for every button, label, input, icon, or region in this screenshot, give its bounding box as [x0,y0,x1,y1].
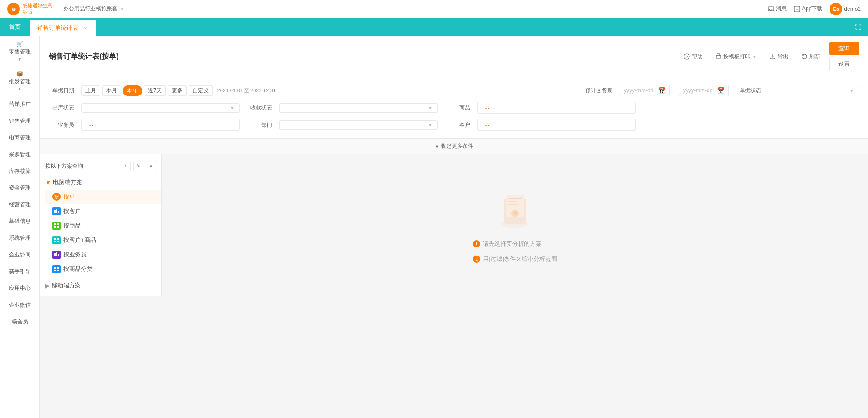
calendar-start-icon: 📅 [658,87,665,94]
sidebar-item-wechat[interactable]: 企业微信 [0,297,39,314]
svg-rect-18 [57,241,59,242]
dept-select[interactable]: ▼ [279,120,438,130]
dept-select-arrow: ▼ [428,123,433,128]
by-goods-icon [52,222,61,230]
dept-label: 部门 [247,121,272,129]
tree-item-by-customer[interactable]: 按客户 [45,204,161,218]
panel-toolbar: 按以下方案查询 + ✎ « [40,157,161,175]
shipment-select-arrow: ▼ [230,105,235,110]
tree-parent-pc[interactable]: ▼ 电脑端方案 [40,175,161,190]
page-header-actions: ? 帮助 按模板打印 ▼ 导出 刷新 查询 设置 [680,42,859,71]
date-btn-current-year[interactable]: 本年 [123,86,142,96]
sidebar-item-marketing[interactable]: 营销推广 [0,96,39,113]
tree-item-by-category[interactable]: 按商品分类 [45,262,161,276]
sidebar-item-guide[interactable]: 新手引导 [0,263,39,280]
message-btn[interactable]: 消息 [768,5,787,13]
sidebar-item-purchase[interactable]: 采购管理 [0,146,39,163]
tab-minimize-btn[interactable]: — [837,21,850,33]
right-content: ? 1 请先选择要分析的方案 2 用[过滤]条件来缩小分析范围 [162,154,868,296]
svg-rect-15 [54,238,56,240]
payment-select-arrow: ▼ [428,105,433,110]
sidebar-item-operations[interactable]: 经营管理 [0,196,39,213]
svg-rect-17 [54,241,56,242]
query-button[interactable]: 查询 [829,42,859,55]
sidebar-item-inventory[interactable]: 库存核算 [0,163,39,180]
sidebar-item-sales[interactable]: 销售管理 [0,113,39,129]
svg-rect-13 [54,226,56,228]
empty-illustration: ? [492,185,538,231]
tab-close-btn[interactable]: × [82,24,89,32]
export-btn[interactable]: 导出 [766,51,792,62]
sidebar-item-wholesale[interactable]: 📦 批发管理 ▲ [0,66,39,96]
panel-collapse-btn[interactable]: « [146,161,156,171]
sidebar-item-apps[interactable]: 应用中心 [0,280,39,297]
empty-tip-1: 1 请先选择要分析的方案 [473,238,557,250]
panel-edit-btn[interactable]: ✎ [133,161,143,171]
date-btn-last-month[interactable]: 上月 [81,86,100,96]
payment-select[interactable]: ▼ [279,103,438,113]
refresh-btn[interactable]: 刷新 [797,51,824,62]
tree-item-by-order[interactable]: 按 按单 [45,190,161,204]
date-btn-last7[interactable]: 近7天 [144,86,166,96]
sidebar-item-ecommerce[interactable]: 电商管理 [0,129,39,146]
empty-tip-2: 2 用[过滤]条件来缩小分析范围 [473,253,557,265]
by-customer-icon [52,207,61,215]
goods-select[interactable]: ··· [477,102,636,114]
expected-date-label: 预计交货期 [585,87,613,95]
svg-rect-12 [57,223,59,225]
calendar-end-icon: 📅 [717,87,725,94]
svg-text:?: ? [514,211,516,216]
filter-row-more2: 业务员 ··· 部门 ▼ 客户 ··· [49,119,859,131]
help-btn[interactable]: ? 帮助 [680,51,706,62]
svg-text:?: ? [686,55,688,59]
panel-add-btn[interactable]: + [121,161,131,171]
tab-sales-order[interactable]: 销售订单统计表 × [30,20,96,36]
payment-label: 收款状态 [247,104,272,112]
by-order-icon: 按 [52,193,61,201]
wholesale-icon: 📦 [16,71,23,77]
svg-rect-8 [54,210,56,213]
sidebar-item-enterprise[interactable]: 企业协同 [0,247,39,263]
sidebar-item-finance[interactable]: 资金管理 [0,180,39,196]
svg-rect-23 [57,267,59,269]
logo-icon: 好 [7,3,20,15]
sidebar-item-basic[interactable]: 基础信息 [0,213,39,230]
tree-parent-mobile[interactable]: ▶ 移动端方案 [40,278,161,293]
breadcrumb-dropdown-icon[interactable]: ▼ [119,6,125,12]
shipment-select[interactable]: ▼ [81,103,240,113]
tab-home[interactable]: 首页 [0,18,30,36]
svg-text:好: 好 [11,7,16,12]
tree-item-by-salesperson[interactable]: 按业务员 [45,247,161,262]
expected-date-end[interactable]: yyyy-mm-dd 📅 [679,85,729,96]
date-btn-more[interactable]: 更多 [168,86,187,96]
user-area[interactable]: Ea demo2 [830,3,861,15]
customer-dots-btn[interactable]: ··· [484,121,490,128]
goods-dots-btn[interactable]: ··· [484,104,490,111]
status-select[interactable]: ▼ [769,86,859,95]
date-range-text: 2023-01-01 至 2023-12-31 [217,87,276,94]
tree-item-by-goods[interactable]: 按商品 [45,218,161,233]
expected-date-start[interactable]: yyyy-mm-dd 📅 [620,85,670,96]
customer-select[interactable]: ··· [477,119,636,131]
date-btn-current-month[interactable]: 本月 [102,86,121,96]
svg-rect-7 [717,54,720,56]
sidebar-item-system[interactable]: 系统管理 [0,230,39,247]
page-title: 销售订单统计表(按单) [49,52,119,62]
app-download-btn[interactable]: App下载 [794,5,822,13]
main-layout: 🛒 零售管理 ▼ 📦 批发管理 ▲ 营销推广 销售管理 电商管理 采购管理 库存… [0,36,868,418]
salesperson-dots-btn[interactable]: ··· [88,121,94,128]
print-btn[interactable]: 按模板打印 ▼ [712,51,760,62]
svg-rect-11 [54,223,56,225]
sidebar-item-retail[interactable]: 🛒 零售管理 ▼ [0,36,39,66]
customer-label: 客户 [445,121,470,129]
collapse-more-btn[interactable]: ∧ 收起更多条件 [40,138,868,154]
sidebar-item-member[interactable]: 畅会员 [0,314,39,330]
date-btn-custom[interactable]: 自定义 [189,86,213,96]
tree-item-by-customer-goods[interactable]: 按客户+商品 [45,233,161,247]
salesperson-select[interactable]: ··· [81,119,240,131]
settings-button[interactable]: 设置 [829,57,859,71]
salesperson-label: 业务员 [49,121,74,129]
svg-rect-19 [54,253,56,256]
tab-maximize-btn[interactable]: ⛶ [852,21,864,33]
retail-icon: 🛒 [16,41,23,47]
